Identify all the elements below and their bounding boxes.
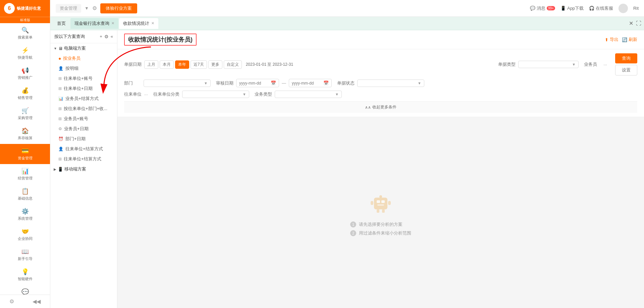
voucher-type-label: 单据类型 bbox=[498, 61, 516, 67]
salesperson-more-dots[interactable]: ··· bbox=[603, 62, 607, 67]
filter-item-business-type: 业务类型 ▼ bbox=[255, 91, 342, 98]
scheme-collapse-icon[interactable]: « bbox=[111, 34, 113, 39]
scheme-group-desktop-header[interactable]: ▼ 🖥 电脑端方案 bbox=[50, 43, 117, 53]
review-date-end-field[interactable] bbox=[292, 81, 322, 86]
business-type-select[interactable]: ▼ bbox=[275, 91, 342, 98]
scheme-item-counterpart-account[interactable]: ⊞ 往来单位+账号 bbox=[50, 73, 117, 84]
date-btn-last-month[interactable]: 上月 bbox=[144, 60, 158, 69]
sidebar-item-shortcut[interactable]: ⚡ 快捷导航 bbox=[0, 43, 50, 63]
counterpart-dept-collection-label: 按往来单位+部门+收... bbox=[64, 106, 107, 112]
review-date-start-field[interactable] bbox=[239, 81, 269, 86]
query-button[interactable]: 查询 bbox=[615, 53, 637, 63]
scheme-settings-icon[interactable]: ⚙ bbox=[104, 34, 109, 39]
collection-tab-close[interactable]: ✕ bbox=[151, 21, 154, 25]
counterpart-type-select[interactable]: ▼ bbox=[182, 91, 249, 98]
scheme-item-salesperson-account[interactable]: ⊞ 业务员+账号 bbox=[50, 114, 117, 124]
sidebar-item-system[interactable]: ⚙️ 系统管理 bbox=[0, 204, 50, 224]
scheme-item-counterpart-settlement2[interactable]: ⊞ 往来单位+结算方式 bbox=[50, 154, 117, 164]
sidebar-item-wechat[interactable]: 💬 企业微信 bbox=[0, 285, 50, 295]
sidebar-settings-btn[interactable]: ⚙ bbox=[9, 298, 14, 305]
empty-icon bbox=[367, 189, 394, 216]
scheme-item-salesperson-settlement[interactable]: 📊 业务员+结算方式 bbox=[50, 94, 117, 104]
svg-rect-4 bbox=[379, 195, 382, 198]
scheme-item-counterpart-settlement1[interactable]: 👤 往来单位+结算方式 bbox=[50, 144, 117, 154]
tab-collection[interactable]: 收款情况统计 ✕ bbox=[119, 18, 158, 29]
scheme-item-by-salesperson[interactable]: ● 按业务员 bbox=[50, 53, 117, 63]
desktop-group-arrow: ▼ bbox=[54, 47, 57, 50]
expand-tab-icon[interactable]: ⛶ bbox=[636, 20, 641, 27]
sidebar-item-marketing[interactable]: 📢 营销推广 bbox=[0, 63, 50, 84]
topbar-dropdown-icon[interactable]: ▼ bbox=[85, 6, 89, 11]
sidebar-item-enterprise[interactable]: 🤝 企业协同 bbox=[0, 224, 50, 245]
tab-home[interactable]: 首页 bbox=[53, 18, 70, 29]
sidebar-label-search: 搜索菜单 bbox=[18, 35, 33, 40]
app-download-label: App下载 bbox=[567, 5, 584, 11]
refresh-button[interactable]: 🔄 刷新 bbox=[622, 37, 637, 43]
sidebar-item-search[interactable]: 🔍 搜索菜单 bbox=[0, 23, 50, 43]
scheme-header: 按以下方案查询 + ⚙ « bbox=[50, 30, 117, 43]
avatar[interactable] bbox=[619, 4, 628, 13]
voucher-status-label: 单据状态 bbox=[337, 80, 355, 86]
review-date-start-input[interactable]: 📅 bbox=[236, 79, 279, 87]
sidebar-item-operation[interactable]: 📊 经营管理 bbox=[0, 164, 50, 184]
voucher-type-select[interactable]: ▼ bbox=[518, 61, 579, 68]
sidebar-item-inventory[interactable]: 🏠 库存核算 bbox=[0, 124, 50, 144]
inventory-icon: 🏠 bbox=[21, 127, 29, 135]
basic-icon: 📋 bbox=[21, 188, 29, 195]
messages-label: 消息 bbox=[537, 5, 545, 11]
date-btn-custom[interactable]: 自定义 bbox=[224, 60, 242, 69]
sidebar-item-guide[interactable]: 📖 新手引导 bbox=[0, 245, 50, 265]
scheme-group-mobile-header[interactable]: ▶ 📱 移动端方案 bbox=[50, 164, 117, 174]
calendar-end-icon[interactable]: 📅 bbox=[323, 81, 329, 86]
hardware-icon: 💡 bbox=[21, 268, 29, 275]
tab-bank-flow[interactable]: 现金银行流水查询 ✕ bbox=[70, 18, 118, 29]
scheme-list: ▼ 🖥 电脑端方案 ● 按业务员 👤 按明细 ⊞ 往来单位+账号 bbox=[50, 43, 117, 308]
svg-rect-7 bbox=[377, 209, 379, 213]
mobile-icon: 📱 bbox=[58, 167, 63, 172]
app-download-button[interactable]: 📱 App下载 bbox=[560, 5, 584, 11]
scheme-add-icon[interactable]: + bbox=[100, 34, 102, 39]
messages-button[interactable]: 💬 消息 99+ bbox=[530, 5, 555, 11]
scheme-item-counterpart-dept-collection[interactable]: ⊞ 按往来单位+部门+收... bbox=[50, 104, 117, 114]
main-area: 资金管理 ▼ ⚙ 体验行业方案 💬 消息 99+ 📱 App下载 🎧 在线客服 … bbox=[50, 0, 644, 308]
sidebar-item-purchase[interactable]: 🛒 采购管理 bbox=[0, 104, 50, 124]
date-btn-this-month[interactable]: 本月 bbox=[160, 60, 174, 69]
collection-tab-label: 收款情况统计 bbox=[123, 20, 149, 27]
bank-flow-tab-close[interactable]: ✕ bbox=[111, 21, 114, 25]
sidebar-collapse-btn[interactable]: ◀◀ bbox=[33, 298, 41, 305]
refresh-label: 刷新 bbox=[629, 37, 637, 43]
export-button[interactable]: ⬆ 导出 bbox=[605, 37, 619, 43]
scheme-item-by-detail[interactable]: 👤 按明细 bbox=[50, 63, 117, 73]
counterpart-account-label: 往来单位+账号 bbox=[64, 75, 93, 82]
close-all-tabs-icon[interactable]: ✕ bbox=[629, 20, 633, 27]
scheme-item-dept-date[interactable]: ⏰ 部门+日期 bbox=[50, 134, 117, 144]
topbar-settings-icon[interactable]: ⚙ bbox=[92, 5, 97, 11]
user-name: Rit bbox=[633, 6, 639, 11]
scheme-item-counterpart-date[interactable]: ⊞ 往来单位+日期 bbox=[50, 84, 117, 94]
counterpart-more-dots[interactable]: ··· bbox=[144, 92, 148, 97]
date-btn-more[interactable]: 更多 bbox=[208, 60, 222, 69]
calendar-start-icon[interactable]: 📅 bbox=[271, 81, 276, 86]
sidebar-label-operation: 经营管理 bbox=[18, 176, 33, 181]
voucher-status-select[interactable]: ▼ bbox=[357, 80, 424, 87]
date-buttons: 上月 本月 本年 近7天 更多 自定义 bbox=[144, 60, 242, 69]
empty-step-1: 1 请先选择要分析的方案 bbox=[350, 221, 411, 227]
sidebar-item-sales[interactable]: 💰 销售管理 bbox=[0, 84, 50, 104]
date-btn-this-year[interactable]: 本年 bbox=[175, 60, 189, 69]
salesperson-settlement-label: 业务员+结算方式 bbox=[65, 96, 99, 102]
sidebar-label-system: 系统管理 bbox=[18, 216, 33, 221]
sidebar-label-enterprise: 企业协同 bbox=[18, 236, 33, 241]
sidebar-item-basic[interactable]: 📋 基础信息 bbox=[0, 184, 50, 204]
empty-step-2: 2 用过滤条件来缩小分析范围 bbox=[350, 230, 411, 236]
dept-select[interactable]: ▼ bbox=[144, 80, 211, 87]
sidebar-item-finance[interactable]: 💳 资金管理 bbox=[0, 144, 50, 164]
collapse-bar[interactable]: ∧∧ 收起更多条件 bbox=[124, 101, 637, 113]
online-service-button[interactable]: 🎧 在线客服 bbox=[589, 5, 613, 11]
counterpart-settlement1-icon: 👤 bbox=[58, 147, 63, 151]
review-date-end-input[interactable]: 📅 bbox=[289, 79, 332, 87]
date-btn-7days[interactable]: 近7天 bbox=[191, 60, 207, 69]
scheme-item-salesperson-date[interactable]: ⚙ 业务员+日期 bbox=[50, 124, 117, 134]
settings-button[interactable]: 设置 bbox=[615, 65, 637, 75]
sidebar-item-hardware[interactable]: 💡 智能硬件 bbox=[0, 265, 50, 285]
trial-button[interactable]: 体验行业方案 bbox=[100, 3, 137, 13]
